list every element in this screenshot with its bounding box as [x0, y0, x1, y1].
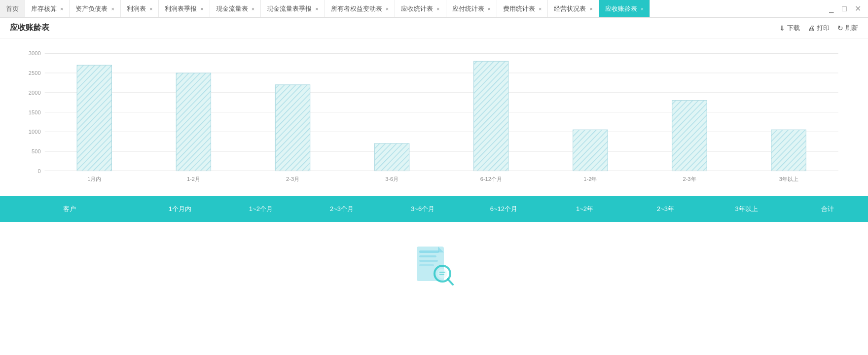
- svg-text:1500: 1500: [29, 109, 41, 115]
- svg-rect-30: [77, 65, 111, 171]
- svg-text:3000: 3000: [29, 50, 41, 56]
- refresh-button[interactable]: ↻ 刷新: [837, 24, 858, 33]
- download-button[interactable]: ⇓ 下载: [779, 24, 800, 33]
- tab-label-profit: 利润表: [127, 4, 146, 13]
- tab-label-profit-quarterly: 利润表季报: [165, 4, 197, 13]
- tab-cashflow-quarterly[interactable]: 现金流量表季报×: [261, 0, 325, 18]
- tab-close-profit-quarterly[interactable]: ×: [200, 6, 203, 12]
- tab-label-home: 首页: [6, 4, 19, 13]
- table-col-header-0: 客户: [0, 205, 140, 213]
- svg-text:2-3年: 2-3年: [683, 176, 696, 182]
- svg-text:1月内: 1月内: [87, 176, 101, 182]
- empty-illustration-icon: [407, 242, 461, 291]
- svg-rect-38: [474, 61, 508, 171]
- svg-text:2500: 2500: [29, 70, 41, 76]
- svg-text:2000: 2000: [29, 90, 41, 96]
- tab-close-cashflow-quarterly[interactable]: ×: [315, 6, 318, 12]
- tab-close-equity[interactable]: ×: [386, 6, 389, 12]
- svg-text:0: 0: [37, 168, 40, 174]
- svg-text:6-12个月: 6-12个月: [480, 176, 502, 182]
- tab-bar-actions: ⎯ □ ✕: [822, 3, 868, 14]
- svg-rect-34: [275, 85, 310, 171]
- tab-bar: 首页库存核算×资产负债表×利润表×利润表季报×现金流量表×现金流量表季报×所有者…: [0, 0, 868, 18]
- tab-receivable-stats[interactable]: 应收统计表×: [395, 0, 446, 18]
- chart-area: 0500100015002000250030001月内1-2月2-3月3-6月6…: [0, 38, 868, 196]
- table-col-header-5: 6~12个月: [463, 205, 544, 213]
- tab-close-operations[interactable]: ×: [589, 6, 592, 12]
- svg-text:1000: 1000: [29, 129, 41, 135]
- svg-rect-36: [374, 143, 409, 171]
- tab-label-payable-stats: 应付统计表: [452, 4, 484, 13]
- tab-label-ar-aging: 应收账龄表: [605, 4, 637, 13]
- refresh-icon: ↻: [837, 24, 843, 32]
- tab-profit[interactable]: 利润表×: [121, 0, 159, 18]
- tab-label-cashflow: 现金流量表: [216, 4, 248, 13]
- svg-text:2-3月: 2-3月: [286, 176, 299, 182]
- svg-rect-48: [419, 250, 439, 253]
- tab-label-cashflow-quarterly: 现金流量表季报: [267, 4, 312, 13]
- tab-home[interactable]: 首页: [0, 0, 25, 18]
- tab-ar-aging[interactable]: 应收账龄表×: [599, 0, 650, 18]
- tab-balance[interactable]: 资产负债表×: [70, 0, 120, 18]
- page-wrapper: 应收账龄表 ⇓ 下载 🖨 打印 ↻ 刷新 0500100015002000250…: [0, 18, 868, 355]
- tab-close-ar-aging[interactable]: ×: [641, 6, 644, 12]
- page-header: 应收账龄表 ⇓ 下载 🖨 打印 ↻ 刷新: [0, 18, 868, 38]
- table-col-header-1: 1个月内: [140, 205, 220, 213]
- page-actions: ⇓ 下载 🖨 打印 ↻ 刷新: [779, 24, 858, 33]
- download-icon: ⇓: [779, 24, 785, 32]
- svg-rect-50: [419, 260, 438, 262]
- tab-close-cashflow[interactable]: ×: [252, 6, 254, 12]
- svg-rect-40: [573, 130, 608, 171]
- table-header: 客户1个月内1~2个月2~3个月3~6个月6~12个月1~2年2~3年3年以上合…: [0, 196, 868, 222]
- tab-close-payable-stats[interactable]: ×: [488, 6, 491, 12]
- tab-close-expense-stats[interactable]: ×: [539, 6, 542, 12]
- svg-rect-42: [672, 101, 707, 171]
- svg-text:1-2月: 1-2月: [187, 176, 200, 182]
- tab-operations[interactable]: 经营状况表×: [548, 0, 599, 18]
- tab-cashflow[interactable]: 现金流量表×: [210, 0, 261, 18]
- table-col-header-2: 1~2个月: [220, 205, 301, 213]
- empty-state: [407, 242, 461, 291]
- svg-text:500: 500: [32, 148, 41, 154]
- tab-equity[interactable]: 所有者权益变动表×: [325, 0, 395, 18]
- window-minimize-button[interactable]: ⎯: [827, 3, 836, 14]
- window-maximize-button[interactable]: □: [840, 3, 849, 14]
- svg-rect-51: [419, 264, 434, 266]
- tab-close-balance[interactable]: ×: [111, 6, 114, 12]
- table-col-header-6: 1~2年: [544, 205, 625, 213]
- tab-close-receivable-stats[interactable]: ×: [436, 6, 439, 12]
- tab-label-operations: 经营状况表: [554, 4, 586, 13]
- chart-container: 0500100015002000250030001月内1-2月2-3月3-6月6…: [15, 48, 853, 191]
- table-col-header-8: 3年以上: [706, 205, 787, 213]
- tab-close-inventory[interactable]: ×: [60, 6, 63, 12]
- tab-inventory[interactable]: 库存核算×: [25, 0, 70, 18]
- table-col-header-4: 3~6个月: [382, 205, 463, 213]
- print-icon: 🖨: [808, 24, 815, 32]
- svg-line-55: [448, 279, 453, 284]
- svg-text:3-6月: 3-6月: [385, 176, 398, 182]
- tab-label-balance: 资产负债表: [75, 4, 108, 13]
- bar-chart: 0500100015002000250030001月内1-2月2-3月3-6月6…: [15, 48, 853, 191]
- window-close-button[interactable]: ✕: [853, 3, 863, 14]
- tab-label-inventory: 库存核算: [31, 4, 57, 13]
- tab-label-expense-stats: 费用统计表: [503, 4, 535, 13]
- tab-expense-stats[interactable]: 费用统计表×: [497, 0, 548, 18]
- tab-close-profit[interactable]: ×: [149, 6, 152, 12]
- svg-rect-32: [176, 73, 211, 171]
- table-col-header-3: 2~3个月: [301, 205, 382, 213]
- table-col-header-7: 2~3年: [625, 205, 706, 213]
- tab-label-receivable-stats: 应收统计表: [401, 4, 433, 13]
- page-title: 应收账龄表: [10, 23, 49, 33]
- svg-rect-44: [771, 130, 806, 171]
- table-body: [0, 222, 868, 355]
- table-col-header-9: 合计: [787, 205, 868, 213]
- svg-rect-49: [419, 255, 436, 257]
- tab-payable-stats[interactable]: 应付统计表×: [446, 0, 497, 18]
- svg-text:3年以上: 3年以上: [779, 176, 798, 182]
- svg-point-54: [437, 269, 447, 279]
- svg-text:1-2年: 1-2年: [583, 176, 597, 182]
- print-button[interactable]: 🖨 打印: [808, 24, 830, 33]
- tab-profit-quarterly[interactable]: 利润表季报×: [159, 0, 210, 18]
- tab-label-equity: 所有者权益变动表: [331, 4, 382, 13]
